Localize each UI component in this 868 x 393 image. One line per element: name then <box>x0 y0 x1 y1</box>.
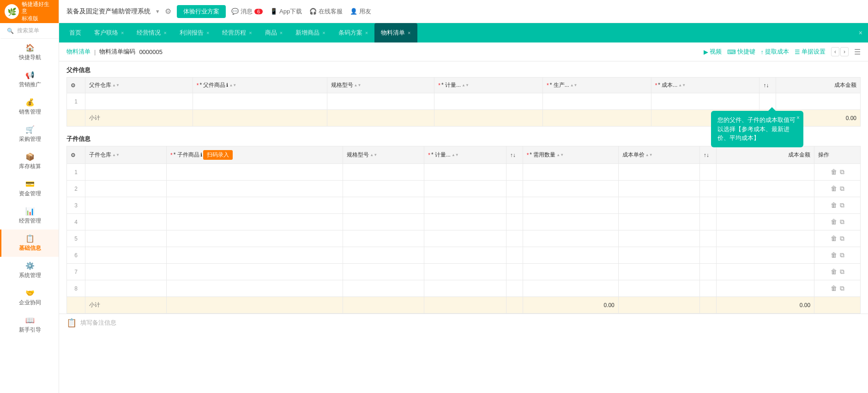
tab-close-profit[interactable]: × <box>206 30 209 36</box>
child-goods-3[interactable] <box>166 197 343 214</box>
child-spec-7[interactable] <box>343 264 424 280</box>
parent-col-settings[interactable]: ⚙ <box>67 78 85 93</box>
child-unit-cost-5[interactable] <box>618 230 699 247</box>
delete-icon-2[interactable]: 🗑 <box>831 185 837 193</box>
nav-prev[interactable]: ‹ <box>831 47 839 56</box>
parent-unit-cell[interactable] <box>434 93 543 110</box>
child-unit-cost-1[interactable] <box>618 164 699 181</box>
child-goods-5[interactable] <box>166 230 343 247</box>
sidebar-item-search[interactable]: 🔍 搜索菜单 <box>0 23 59 39</box>
tab-close-goods[interactable]: × <box>280 30 283 36</box>
child-cost-amount-5[interactable] <box>716 230 814 247</box>
child-warehouse-3[interactable] <box>85 197 167 214</box>
sidebar-item-basic-info[interactable]: 📋基础信息 <box>0 230 59 257</box>
copy-icon-5[interactable]: ⧉ <box>840 235 844 242</box>
sidebar-item-inventory[interactable]: 📦库存核算 <box>0 148 59 175</box>
gear-icon[interactable]: ⚙ <box>165 7 171 16</box>
child-quantity-4[interactable] <box>523 214 618 230</box>
copy-icon-4[interactable]: ⧉ <box>840 218 844 226</box>
copy-icon-6[interactable]: ⧉ <box>840 251 844 259</box>
child-unit-cost-8[interactable] <box>618 280 699 297</box>
child-unit-1[interactable] <box>424 164 506 181</box>
child-unit-5[interactable] <box>424 230 506 247</box>
copy-icon-8[interactable]: ⧉ <box>840 284 844 292</box>
tooltip-close-btn[interactable]: × <box>796 114 800 122</box>
child-unit-cost-3[interactable] <box>618 197 699 214</box>
child-quantity-6[interactable] <box>523 247 618 264</box>
parent-warehouse-cell[interactable] <box>85 93 193 110</box>
child-spec-5[interactable] <box>343 230 424 247</box>
sidebar-item-sales[interactable]: 💰销售管理 <box>0 93 59 121</box>
tab-close-new-goods[interactable]: × <box>322 30 325 36</box>
sidebar-item-guide[interactable]: 📖新手引导 <box>0 311 59 339</box>
parent-goods-cell[interactable] <box>193 93 327 110</box>
child-unit-8[interactable] <box>424 280 506 297</box>
child-cost-amount-3[interactable] <box>716 197 814 214</box>
child-unit-3[interactable] <box>424 197 506 214</box>
tab-profit[interactable]: 利润报告 × <box>173 23 216 42</box>
child-quantity-2[interactable] <box>523 181 618 197</box>
child-unit-cost-2[interactable] <box>618 181 699 197</box>
tab-barcode[interactable]: 条码方案 × <box>332 23 374 42</box>
delete-icon-5[interactable]: 🗑 <box>831 235 837 242</box>
copy-icon-3[interactable]: ⧉ <box>840 201 844 209</box>
breadcrumb-list[interactable]: 物料清单 <box>66 48 90 56</box>
child-warehouse-2[interactable] <box>85 181 167 197</box>
child-spec-3[interactable] <box>343 197 424 214</box>
delete-icon-6[interactable]: 🗑 <box>831 251 837 259</box>
child-goods-2[interactable] <box>166 181 343 197</box>
sidebar-item-purchase[interactable]: 🛒采购管理 <box>0 121 59 148</box>
topbar-online-service[interactable]: 🎧 在线客服 <box>309 7 343 16</box>
delete-icon-3[interactable]: 🗑 <box>831 201 837 209</box>
child-quantity-8[interactable] <box>523 280 618 297</box>
delete-icon-1[interactable]: 🗑 <box>831 168 837 176</box>
child-unit-cost-6[interactable] <box>618 247 699 264</box>
tab-goods[interactable]: 商品 × <box>259 23 289 42</box>
child-goods-4[interactable] <box>166 214 343 230</box>
child-warehouse-6[interactable] <box>85 247 167 264</box>
tab-home[interactable]: 首页 <box>63 23 88 42</box>
child-goods-6[interactable] <box>166 247 343 264</box>
topbar-app-download[interactable]: 📱 App下载 <box>270 7 302 16</box>
tab-close-customer[interactable]: × <box>121 30 124 36</box>
delete-icon-8[interactable]: 🗑 <box>831 284 837 292</box>
child-goods-1[interactable] <box>166 164 343 181</box>
topbar-user[interactable]: 👤 用友 <box>350 7 371 16</box>
sidebar-item-operations[interactable]: 📊经营管理 <box>0 202 59 230</box>
child-warehouse-1[interactable] <box>85 164 167 181</box>
child-warehouse-4[interactable] <box>85 214 167 230</box>
child-unit-6[interactable] <box>424 247 506 264</box>
delete-icon-4[interactable]: 🗑 <box>831 218 837 226</box>
child-cost-amount-8[interactable] <box>716 280 814 297</box>
tab-close-material[interactable]: × <box>408 30 410 36</box>
tab-operations[interactable]: 经营情况 × <box>130 23 173 42</box>
child-warehouse-8[interactable] <box>85 280 167 297</box>
parent-production-cell[interactable] <box>543 93 651 110</box>
child-cost-amount-4[interactable] <box>716 214 814 230</box>
tab-material[interactable]: 物料清单 × <box>374 23 417 42</box>
child-cost-amount-6[interactable] <box>716 247 814 264</box>
child-unit-2[interactable] <box>424 181 506 197</box>
sidebar-item-finance[interactable]: 💳资金管理 <box>0 175 59 202</box>
copy-icon-7[interactable]: ⧉ <box>840 268 844 276</box>
parent-cost-cell[interactable] <box>651 93 760 110</box>
child-spec-1[interactable] <box>343 164 424 181</box>
child-goods-7[interactable] <box>166 264 343 280</box>
sidebar-item-marketing[interactable]: 📢营销推广 <box>0 66 59 93</box>
sidebar-item-quick-nav[interactable]: 🏠快捷导航 <box>0 39 59 66</box>
tab-new-goods[interactable]: 新增商品 × <box>289 23 332 42</box>
child-quantity-7[interactable] <box>523 264 618 280</box>
tab-close-operations[interactable]: × <box>163 30 166 36</box>
experience-btn[interactable]: 体验行业方案 <box>177 5 226 18</box>
child-unit-7[interactable] <box>424 264 506 280</box>
child-cost-amount-7[interactable] <box>716 264 814 280</box>
notes-hint[interactable]: 填写备注信息 <box>80 319 116 327</box>
child-goods-8[interactable] <box>166 280 343 297</box>
parent-spec-cell[interactable] <box>327 93 434 110</box>
toolbar-extract-cost[interactable]: ↑ 提取成本 <box>761 48 790 56</box>
copy-icon-2[interactable]: ⧉ <box>840 185 844 193</box>
child-unit-cost-7[interactable] <box>618 264 699 280</box>
sidebar-item-system[interactable]: ⚙️系统管理 <box>0 257 59 284</box>
close-all-tabs[interactable]: × <box>857 29 864 36</box>
child-unit-cost-4[interactable] <box>618 214 699 230</box>
